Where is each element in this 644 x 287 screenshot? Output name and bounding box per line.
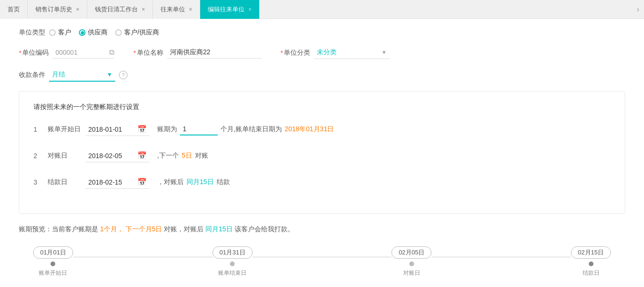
unit-category-arrow-icon: ▼ bbox=[381, 49, 387, 56]
preview-period: 1个月， bbox=[100, 225, 124, 233]
unit-type-row: 单位类型 客户 供应商 客户/供应商 bbox=[19, 28, 625, 37]
timeline-node-2: 01月31日 账单结束日 bbox=[212, 246, 253, 277]
radio-customer-label: 客户 bbox=[58, 28, 71, 37]
reconcile-date-calendar-icon[interactable]: 📅 bbox=[137, 151, 147, 160]
timeline-dot-3 bbox=[409, 262, 414, 266]
reconcile-date-input-group: 📅 bbox=[85, 149, 150, 162]
unit-type-group: 单位类型 客户 供应商 客户/供应商 bbox=[19, 28, 159, 37]
unit-code-group: * 单位编码 ⧉ bbox=[19, 47, 114, 59]
settings-row-3: 3 结款日 📅 ，对账后 同月15日 结款 bbox=[34, 176, 610, 189]
tab-partner-units[interactable]: 往来单位 × bbox=[153, 0, 200, 19]
unit-name-input[interactable] bbox=[167, 47, 262, 59]
row-label-3: 结款日 bbox=[48, 178, 85, 186]
preview-payment-day: 同月15日 bbox=[205, 225, 233, 233]
timeline-dot-2 bbox=[230, 262, 235, 266]
unit-category-label: 单位分类 bbox=[284, 49, 310, 57]
radio-supplier[interactable]: 供应商 bbox=[79, 28, 108, 37]
timeline-node-3: 02月05日 对账日 bbox=[391, 246, 432, 277]
row-label-2: 对账日 bbox=[48, 152, 85, 160]
payment-terms-group: 收款条件 月结 ▼ ? bbox=[19, 68, 127, 82]
unit-category-required: * bbox=[280, 49, 283, 57]
unit-category-group: * 单位分类 未分类 ▼ bbox=[280, 46, 390, 59]
timeline-label-1: 01月01日 bbox=[33, 246, 73, 259]
timeline-sub-2: 账单结束日 bbox=[218, 269, 246, 277]
preview-reconcile-day: 下一个月5日 bbox=[126, 225, 162, 233]
timeline-sub-4: 结款日 bbox=[583, 269, 600, 277]
preview-suffix: 该客户会给我打款。 bbox=[235, 225, 294, 233]
unit-category-select[interactable]: 未分类 ▼ bbox=[314, 46, 390, 59]
payment-terms-value: 月结 bbox=[52, 70, 104, 79]
start-date-calendar-icon[interactable]: 📅 bbox=[137, 125, 147, 134]
timeline-label-2: 01月31日 bbox=[212, 246, 253, 259]
radio-customer[interactable]: 客户 bbox=[49, 28, 71, 37]
tab-edit-partner[interactable]: 编辑往来单位 × bbox=[200, 0, 260, 19]
row-num-3: 3 bbox=[34, 178, 48, 186]
timeline-label-3: 02月05日 bbox=[391, 246, 432, 259]
unit-category-value: 未分类 bbox=[317, 48, 378, 57]
tab-cash-label: 钱货日清工作台 bbox=[95, 5, 138, 14]
payment-prefix: ，对账后 bbox=[157, 178, 184, 186]
tab-bar: 首页 销售订单历史 × 钱货日清工作台 × 往来单位 × 编辑往来单位 × › bbox=[0, 0, 644, 19]
reconcile-prefix: ,下一个 bbox=[157, 152, 179, 160]
radio-group: 客户 供应商 客户/供应商 bbox=[49, 28, 159, 37]
preview-section: 账期预览：当前客户账期是 1个月， 下一个月5日 对账，对账后 同月15日 该客… bbox=[19, 223, 625, 235]
payment-date-calendar-icon[interactable]: 📅 bbox=[137, 177, 147, 186]
timeline-line-1 bbox=[73, 257, 212, 257]
timeline-sub-3: 对账日 bbox=[403, 269, 420, 277]
tab-home-label: 首页 bbox=[8, 5, 20, 14]
tab-sales-order-history[interactable]: 销售订单历史 × bbox=[28, 0, 87, 19]
payment-day-highlight: 同月15日 bbox=[186, 178, 214, 186]
settings-row-1: 1 账单开始日 📅 账期为 个月,账单结束日期为 2018年01月31日 bbox=[34, 123, 610, 136]
end-date-highlight: 2018年01月31日 bbox=[285, 125, 334, 134]
timeline-line-2 bbox=[253, 257, 392, 257]
unit-name-required: * bbox=[133, 49, 136, 57]
reconcile-suffix: 对账 bbox=[195, 152, 208, 160]
help-icon[interactable]: ? bbox=[119, 71, 127, 79]
reconcile-date-input[interactable] bbox=[88, 152, 136, 160]
period-prefix: 账期为 bbox=[157, 125, 177, 134]
row-num-1: 1 bbox=[34, 126, 48, 133]
reconcile-day-highlight: 5日 bbox=[182, 152, 192, 160]
tab-home[interactable]: 首页 bbox=[0, 0, 28, 19]
timeline-sub-1: 账单开始日 bbox=[39, 269, 67, 277]
preview-label: 账期预览：当前客户账期是 bbox=[19, 225, 98, 233]
start-date-input[interactable] bbox=[88, 126, 136, 133]
radio-both-circle bbox=[115, 29, 122, 36]
unit-name-label: 单位名称 bbox=[137, 49, 163, 57]
timeline-container: 01月01日 账单开始日 01月31日 账单结束日 02月05日 对账日 bbox=[33, 246, 611, 277]
unit-code-input[interactable] bbox=[52, 47, 109, 58]
period-unit: 个月,账单结束日期为 bbox=[220, 125, 282, 134]
tab-edit-label: 编辑往来单位 bbox=[208, 5, 245, 14]
timeline-node-1: 01月01日 账单开始日 bbox=[33, 246, 73, 277]
close-partner-tab-icon[interactable]: × bbox=[189, 6, 192, 13]
unit-code-required: * bbox=[19, 49, 21, 57]
close-cash-tab-icon[interactable]: × bbox=[142, 6, 145, 13]
radio-both[interactable]: 客户/供应商 bbox=[115, 28, 159, 37]
payment-terms-arrow-icon: ▼ bbox=[107, 71, 112, 78]
payment-date-input[interactable] bbox=[88, 178, 136, 186]
unit-type-label: 单位类型 bbox=[19, 28, 45, 37]
close-edit-tab-icon[interactable]: × bbox=[248, 6, 252, 13]
timeline-node-4: 02月15日 结款日 bbox=[571, 246, 611, 277]
timeline-dot-1 bbox=[51, 262, 55, 266]
tab-sales-label: 销售订单历史 bbox=[35, 5, 72, 14]
payment-terms-select[interactable]: 月结 ▼ bbox=[49, 68, 115, 82]
tab-overflow-arrow[interactable]: › bbox=[632, 5, 644, 14]
tab-cash-work[interactable]: 钱货日清工作台 × bbox=[87, 0, 153, 19]
payment-date-input-group: 📅 bbox=[85, 176, 150, 189]
panel-title: 请按照未来的一个完整帐期进行设置 bbox=[34, 103, 610, 111]
main-content: 单位类型 客户 供应商 客户/供应商 * 单位编码 bbox=[0, 19, 644, 287]
period-input[interactable] bbox=[180, 123, 218, 135]
unit-info-row: * 单位编码 ⧉ * 单位名称 * 单位分类 未分类 ▼ bbox=[19, 46, 625, 59]
radio-both-label: 客户/供应商 bbox=[124, 28, 159, 37]
copy-icon[interactable]: ⧉ bbox=[109, 48, 114, 57]
payment-suffix: 结款 bbox=[217, 178, 230, 186]
unit-name-group: * 单位名称 bbox=[133, 47, 261, 59]
payment-terms-row: 收款条件 月结 ▼ ? bbox=[19, 68, 625, 82]
tab-partner-label: 往来单位 bbox=[161, 5, 185, 14]
unit-code-input-wrapper: ⧉ bbox=[52, 47, 114, 59]
payment-terms-label: 收款条件 bbox=[19, 71, 45, 79]
preview-mid: 对账，对账后 bbox=[164, 225, 203, 233]
timeline-label-4: 02月15日 bbox=[571, 246, 611, 259]
close-sales-tab-icon[interactable]: × bbox=[76, 6, 79, 13]
